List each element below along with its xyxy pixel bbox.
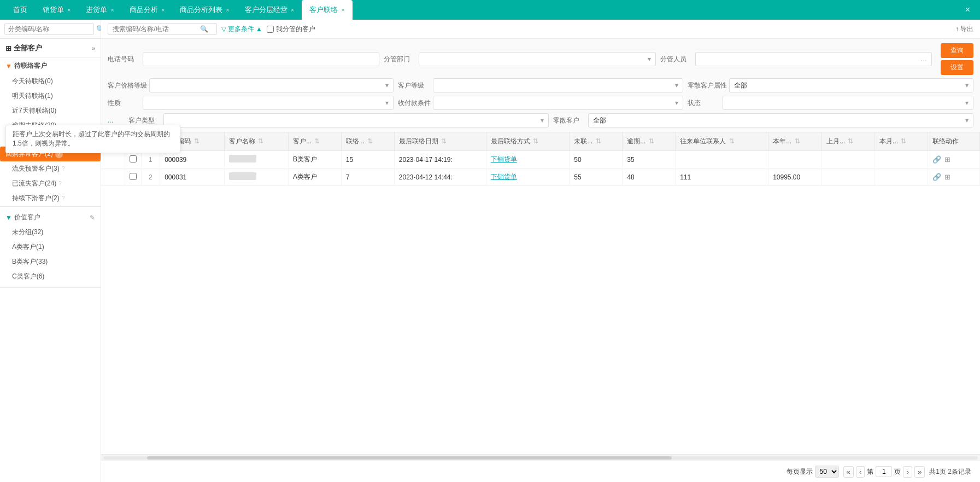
this-year-column-header[interactable]: 本年... ⇅ <box>768 132 822 151</box>
setup-button[interactable]: 设置 <box>941 60 973 75</box>
person-select[interactable]: … <box>695 52 932 66</box>
sidebar-item-lost-risk[interactable]: 流失预警客户(3) ? <box>0 161 101 176</box>
value-customers-edit-icon[interactable]: ✎ <box>90 214 95 222</box>
dept-field: 分管部门 ▾ <box>384 52 655 66</box>
scrollbar-track[interactable] <box>103 456 978 460</box>
pending-contact-title[interactable]: ▼ 待联络客户 <box>0 58 101 74</box>
nav-item-product-analysis[interactable]: 商品分析 × <box>122 0 172 20</box>
contact-person-column-header[interactable]: 往来单位联系人 ⇅ <box>676 132 768 151</box>
sort-icon-contact: ⇅ <box>367 137 373 145</box>
retail-customer-select[interactable]: 全部 ▾ <box>588 113 973 127</box>
category-search-input[interactable] <box>4 23 94 35</box>
row2-action-grid-icon[interactable]: ⊞ <box>944 173 950 181</box>
status-select[interactable]: ▾ <box>723 96 973 110</box>
customer-level-select[interactable]: ▾ <box>433 78 684 92</box>
sidebar-item-7days[interactable]: 近7天待联络(0) <box>0 103 101 118</box>
more-field: ... <box>108 117 124 124</box>
sidebar-item-tomorrow[interactable]: 明天待联络(1) <box>0 89 101 103</box>
sidebar-collapse-btn[interactable]: » <box>92 45 95 51</box>
row1-overdue: 35 <box>623 151 676 169</box>
price-level-select[interactable]: ▾ <box>149 78 394 92</box>
close-purchase-icon[interactable]: × <box>110 7 114 13</box>
row2-action-link-icon[interactable]: 🔗 <box>932 173 941 181</box>
first-page-btn[interactable]: « <box>843 466 854 478</box>
customer-type-select[interactable]: ▾ <box>163 113 549 127</box>
sidebar-item-declining[interactable]: 持续下滑客户(2) ? <box>0 191 101 206</box>
sidebar-item-lost[interactable]: 已流失客户(24) ? <box>0 176 101 191</box>
overdue-column-header[interactable]: 逾期... ⇅ <box>623 132 676 151</box>
per-page-select[interactable]: 50 <box>815 466 839 478</box>
sidebar-item-ungroup[interactable]: 未分组(32) <box>0 225 101 240</box>
row1-action-grid-icon[interactable]: ⊞ <box>944 155 950 164</box>
value-customers-section: ▼ 价值客户 ✎ 未分组(32) A类客户(1) B类客户(33) C类客户(6… <box>0 206 101 288</box>
search-icon-main[interactable]: 🔍 <box>200 25 208 33</box>
row2-select-checkbox[interactable] <box>130 173 137 180</box>
arrow-down-icon: ▼ <box>5 62 12 70</box>
row1-actions: 🔗 ⊞ <box>928 151 979 169</box>
sidebar: 🔍 ⊞ 全部客户 » ▼ 待联络客户 今天待联络(0) 明天待联络(1) 近7天… <box>0 20 101 482</box>
this-month-column-header[interactable]: 本月... ⇅ <box>875 132 928 151</box>
close-sales-icon[interactable]: × <box>67 7 71 13</box>
last-contact-date-column-header[interactable]: 最后联络日期 ⇅ <box>394 132 486 151</box>
nav-item-customer-contact[interactable]: 客户联络 × <box>302 0 352 20</box>
window-close-icon[interactable]: × <box>961 5 975 15</box>
customer-search-input[interactable] <box>113 25 200 33</box>
horizontal-scrollbar[interactable] <box>101 454 980 461</box>
my-customer-checkbox[interactable] <box>267 26 274 33</box>
row2-customer-code[interactable]: 000031 <box>160 169 224 186</box>
row1-select-checkbox[interactable] <box>130 155 137 162</box>
row2-last-contact-method[interactable]: 下销货单 <box>486 169 569 186</box>
gender-select[interactable]: ▾ <box>143 96 394 110</box>
phone-field: 电话号码 <box>108 52 379 66</box>
row2-contact-count: 7 <box>341 169 394 186</box>
sidebar-item-class-b[interactable]: B类客户(33) <box>0 254 101 269</box>
row2-customer-name[interactable] <box>224 169 288 186</box>
row1-action-link-icon[interactable]: 🔗 <box>932 155 941 164</box>
row1-last-contact-method[interactable]: 下销货单 <box>486 151 569 169</box>
row1-gear <box>101 151 125 169</box>
nav-item-product-analysis-list[interactable]: 商品分析列表 × <box>172 0 237 20</box>
sidebar-item-class-a[interactable]: A类客户(1) <box>0 240 101 254</box>
not-contact-column-header[interactable]: 未联... ⇅ <box>570 132 623 151</box>
row1-last-contact-date: 2023-04-17 14:19: <box>394 151 486 169</box>
nav-item-sales[interactable]: 销货单 × <box>35 0 78 20</box>
next-page-btn[interactable]: › <box>903 466 912 478</box>
last-page-btn[interactable]: » <box>914 466 925 478</box>
customer-name-column-header[interactable]: 客户名称 ⇅ <box>224 132 288 151</box>
row1-customer-name[interactable] <box>224 151 288 169</box>
sidebar-item-class-c[interactable]: C类客户(6) <box>0 269 101 284</box>
retail-attr-select[interactable]: 全部 ▾ <box>729 78 973 92</box>
close-product-analysis-list-icon[interactable]: × <box>226 7 229 13</box>
sort-icon-date: ⇅ <box>441 137 447 145</box>
retail-attr-caret-icon: ▾ <box>965 82 969 89</box>
nav-item-purchase[interactable]: 进货单 × <box>78 0 121 20</box>
scrollbar-thumb[interactable] <box>147 456 672 460</box>
row1-checkbox[interactable] <box>125 151 141 169</box>
close-product-analysis-icon[interactable]: × <box>161 7 165 13</box>
row2-checkbox[interactable] <box>125 169 141 186</box>
dept-select[interactable]: ▾ <box>419 52 655 66</box>
more-filters-btn[interactable]: ▽ 更多条件 ▲ <box>221 25 262 34</box>
my-customer-filter: 我分管的客户 <box>267 25 315 34</box>
page-number-input[interactable] <box>876 466 892 477</box>
more-dots[interactable]: ... <box>108 117 113 124</box>
row1-customer-code[interactable]: 000039 <box>160 151 224 169</box>
retail-attr-field: 零散客户属性 全部 ▾ <box>688 78 973 92</box>
adv-row-3: 性质 ▾ 收付款条件 ▾ 状态 <box>108 96 973 110</box>
nav-item-customer-segment[interactable]: 客户分层经营 × <box>237 0 302 20</box>
export-btn[interactable]: ↑ 导出 <box>955 25 973 34</box>
nav-item-home[interactable]: 首页 <box>5 0 35 20</box>
phone-input[interactable] <box>143 52 379 66</box>
query-button[interactable]: 查询 <box>941 43 973 58</box>
close-customer-segment-icon[interactable]: × <box>291 7 294 13</box>
contact-count-column-header[interactable]: 联络... ⇅ <box>341 132 394 151</box>
close-customer-contact-icon[interactable]: × <box>341 7 344 13</box>
prev-page-btn[interactable]: ‹ <box>856 466 865 478</box>
last-contact-method-column-header[interactable]: 最后联络方式 ⇅ <box>486 132 569 151</box>
sidebar-item-today[interactable]: 今天待联络(0) <box>0 74 101 89</box>
table-row: 2 000031 A类客户 7 2023-04-12 14:44: 下销货单 5… <box>101 169 980 186</box>
customer-type-column-header[interactable]: 客户... ⇅ <box>288 132 341 151</box>
payment-select[interactable]: ▾ <box>433 96 684 110</box>
last-month-column-header[interactable]: 上月... ⇅ <box>822 132 875 151</box>
value-customers-title[interactable]: ▼ 价值客户 ✎ <box>0 210 101 225</box>
